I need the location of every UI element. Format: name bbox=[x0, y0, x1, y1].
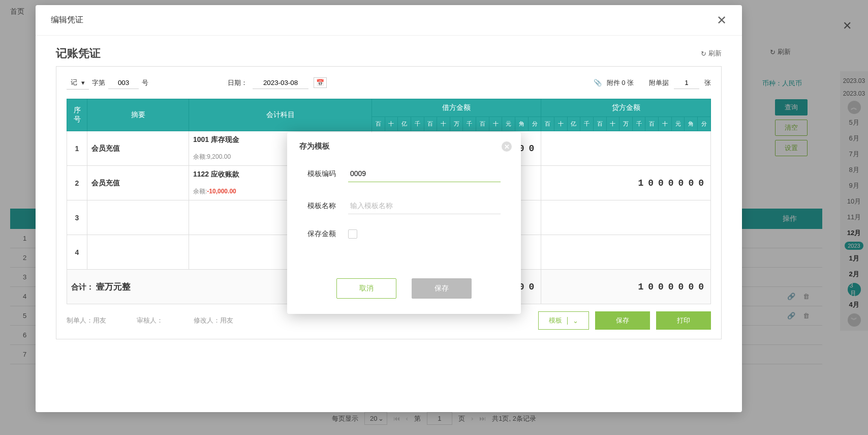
summary-cell[interactable] bbox=[87, 235, 189, 270]
total-text: 壹万元整 bbox=[96, 282, 131, 292]
summary-cell[interactable] bbox=[87, 200, 189, 235]
save-template-dialog: 存为模板 ✕ 模板编码 模板名称 保存金额 取消 保存 bbox=[287, 132, 521, 314]
voucher-refresh-button[interactable]: ↻ 刷新 bbox=[701, 49, 722, 58]
digit-label: 百 bbox=[593, 117, 606, 131]
th-index: 序号 bbox=[67, 99, 87, 131]
total-credit: 1000000 bbox=[541, 270, 711, 304]
summary-cell[interactable]: 会员充值 bbox=[87, 131, 189, 166]
row-number: 4 bbox=[67, 235, 87, 270]
inner-dialog-title: 存为模板 bbox=[299, 141, 330, 150]
template-name-input[interactable] bbox=[348, 197, 501, 214]
modifier-info: 修改人：用友 bbox=[194, 316, 233, 325]
attachment-meta: 📎 附件 0 张 附单据 张 bbox=[594, 77, 711, 89]
date-input[interactable] bbox=[253, 77, 308, 89]
digit-label: 万 bbox=[619, 117, 633, 131]
template-button[interactable]: 模板 ⌄ bbox=[538, 311, 589, 330]
attached-doc-suffix: 张 bbox=[704, 78, 711, 88]
digit-label: 元 bbox=[671, 117, 685, 131]
th-debit: 借方金额 bbox=[372, 99, 541, 117]
digit-label: 百 bbox=[476, 117, 489, 131]
reviewer-info: 审核人： bbox=[137, 316, 163, 325]
voucher-number-input[interactable] bbox=[108, 77, 139, 89]
th-summary: 摘要 bbox=[87, 99, 189, 131]
digit-label: 角 bbox=[685, 117, 698, 131]
digit-label: 百 bbox=[645, 117, 659, 131]
attachment-label: 附件 0 张 bbox=[607, 78, 634, 88]
digit-label: 亿 bbox=[567, 117, 580, 131]
save-amount-label: 保存金额 bbox=[307, 229, 348, 239]
digit-label: 千 bbox=[411, 117, 424, 131]
digit-label: 元 bbox=[502, 117, 515, 131]
num-suffix: 号 bbox=[142, 78, 148, 88]
date-label: 日期： bbox=[228, 78, 247, 88]
digit-label: 千 bbox=[632, 117, 645, 131]
close-icon[interactable]: ✕ bbox=[717, 14, 727, 26]
maker-info: 制单人：用友 bbox=[67, 316, 106, 325]
save-button[interactable]: 保存 bbox=[412, 278, 472, 299]
digit-label: 百 bbox=[424, 117, 437, 131]
digit-label: 十 bbox=[489, 117, 502, 131]
digit-label: 角 bbox=[515, 117, 529, 131]
refresh-icon: ↻ bbox=[701, 50, 706, 57]
credit-cell[interactable] bbox=[541, 131, 711, 166]
save-amount-checkbox[interactable] bbox=[348, 229, 357, 239]
digit-label: 千 bbox=[463, 117, 476, 131]
voucher-meta-row: 记 ▾ 字第 号 日期： 📅 📎 附件 0 张 附单据 bbox=[67, 76, 711, 90]
date-area: 日期： 📅 bbox=[228, 77, 327, 89]
digit-label: 十 bbox=[385, 117, 398, 131]
modal-header: 编辑凭证 ✕ bbox=[36, 5, 742, 36]
digit-label: 十 bbox=[659, 117, 672, 131]
close-icon[interactable]: ✕ bbox=[502, 141, 512, 152]
row-number: 2 bbox=[67, 166, 87, 200]
code-label: 模板编码 bbox=[307, 169, 348, 179]
inner-dialog-body: 模板编码 模板名称 保存金额 bbox=[287, 160, 521, 269]
digit-label: 万 bbox=[450, 117, 463, 131]
inner-dialog-header: 存为模板 ✕ bbox=[287, 132, 521, 160]
template-code-input[interactable] bbox=[348, 165, 501, 182]
digit-label: 亿 bbox=[398, 117, 411, 131]
row-number: 1 bbox=[67, 131, 87, 166]
template-code-field: 模板编码 bbox=[307, 165, 501, 182]
th-credit: 贷方金额 bbox=[541, 99, 711, 117]
print-button[interactable]: 打印 bbox=[656, 311, 711, 330]
digit-label: 分 bbox=[698, 117, 711, 131]
calendar-icon[interactable]: 📅 bbox=[314, 77, 327, 88]
digit-label: 千 bbox=[580, 117, 594, 131]
modal-title: 编辑凭证 bbox=[51, 15, 83, 25]
cancel-button[interactable]: 取消 bbox=[336, 278, 396, 299]
summary-cell[interactable]: 会员充值 bbox=[87, 166, 189, 200]
inner-dialog-footer: 取消 保存 bbox=[287, 269, 521, 314]
save-voucher-button[interactable]: 保存 bbox=[595, 311, 650, 330]
clip-icon[interactable]: 📎 bbox=[594, 79, 602, 86]
voucher-type-select[interactable]: 记 ▾ bbox=[67, 76, 89, 90]
credit-cell[interactable]: 1000000 bbox=[541, 166, 711, 200]
row-number: 3 bbox=[67, 200, 87, 235]
digit-label: 十 bbox=[606, 117, 619, 131]
chevron-down-icon: ⌄ bbox=[567, 317, 578, 325]
voucher-title: 记账凭证 bbox=[56, 46, 101, 61]
voucher-top-bar: 记账凭证 ↻ 刷新 bbox=[56, 46, 722, 61]
voucher-actions: 模板 ⌄ 保存 打印 bbox=[538, 311, 711, 330]
credit-cell[interactable] bbox=[541, 200, 711, 235]
digit-label: 十 bbox=[554, 117, 567, 131]
template-name-field: 模板名称 bbox=[307, 197, 501, 214]
credit-cell[interactable] bbox=[541, 235, 711, 270]
total-label: 合计： bbox=[71, 282, 94, 291]
digit-label: 十 bbox=[437, 117, 450, 131]
digit-label: 百 bbox=[541, 117, 554, 131]
name-label: 模板名称 bbox=[307, 201, 348, 211]
chevron-down-icon: ▾ bbox=[81, 79, 85, 86]
digit-label: 百 bbox=[372, 117, 385, 131]
attached-doc-label: 附单据 bbox=[649, 78, 669, 88]
num-prefix: 字第 bbox=[92, 78, 105, 88]
digit-label: 分 bbox=[528, 117, 541, 131]
attached-doc-input[interactable] bbox=[674, 77, 699, 89]
save-amount-field: 保存金额 bbox=[307, 229, 501, 239]
th-subject: 会计科目 bbox=[189, 99, 372, 131]
